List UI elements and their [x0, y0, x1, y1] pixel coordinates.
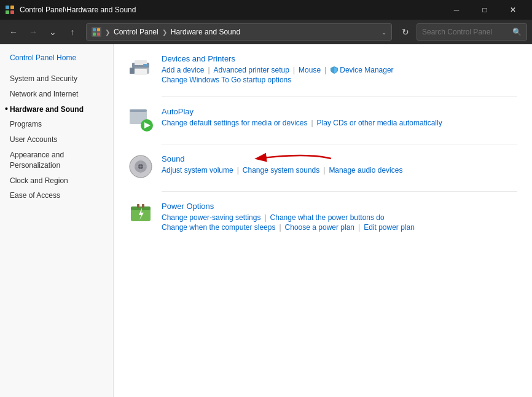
link-manage-audio[interactable]: Manage audio devices	[329, 166, 402, 175]
sidebar-item-programs[interactable]: Programs	[0, 117, 113, 132]
up-button[interactable]: ↑	[64, 23, 81, 41]
section-links-power-row2: Change when the computer sleeps | Choose…	[162, 223, 517, 232]
section-content-power: Power Options Change power-saving settin…	[162, 202, 517, 232]
svg-rect-27	[137, 204, 139, 208]
sidebar-label-ease-access: Ease of Access	[10, 191, 60, 201]
svg-rect-3	[10, 10, 14, 14]
svg-rect-28	[142, 204, 144, 208]
address-chevron-2: ❯	[162, 29, 167, 36]
sidebar-label-appearance: Appearance and Personalization	[10, 150, 103, 171]
link-windows-to-go[interactable]: Change Windows To Go startup options	[162, 76, 291, 84]
sidebar-item-user-accounts[interactable]: User Accounts	[0, 132, 113, 147]
content-area: Devices and Printers Add a device | Adva…	[114, 44, 532, 397]
link-edit-plan[interactable]: Edit power plan	[364, 223, 415, 232]
section-title-autoplay[interactable]: AutoPlay	[162, 107, 194, 116]
sidebar-item-hardware-sound[interactable]: Hardware and Sound	[0, 102, 113, 117]
shield-icon	[330, 66, 338, 74]
close-button[interactable]: ✕	[499, 0, 527, 20]
minimize-button[interactable]: ─	[442, 0, 471, 20]
sep5: |	[237, 166, 239, 175]
sidebar-item-home[interactable]: Control Panel Home	[0, 52, 113, 64]
section-links-devices-row2: Change Windows To Go startup options	[162, 76, 517, 84]
sidebar-item-appearance[interactable]: Appearance and Personalization	[0, 147, 113, 173]
address-hardware-sound: Hardware and Sound	[171, 28, 240, 36]
svg-rect-4	[93, 28, 96, 31]
svg-rect-0	[6, 6, 9, 9]
link-computer-sleeps[interactable]: Change when the computer sleeps	[162, 223, 275, 232]
section-title-devices-printers[interactable]: Devices and Printers	[162, 54, 235, 63]
divider-3	[162, 191, 517, 192]
divider-1	[162, 96, 517, 97]
icon-autoplay	[128, 107, 153, 132]
title-bar-left: Control Panel\Hardware and Sound	[5, 5, 136, 15]
search-icon: 🔍	[512, 28, 522, 36]
link-play-cds[interactable]: Play CDs or other media automatically	[317, 119, 442, 127]
section-content-sound: Sound Adjust system volume | Change syst…	[162, 154, 517, 175]
link-change-power-saving[interactable]: Change power-saving settings	[162, 213, 260, 222]
divider-2	[162, 144, 517, 144]
sidebar-item-clock-region[interactable]: Clock and Region	[0, 173, 113, 189]
sidebar-label-clock-region: Clock and Region	[10, 176, 68, 186]
sidebar-item-ease-access[interactable]: Ease of Access	[0, 188, 113, 203]
main-area: Control Panel Home System and Security N…	[0, 44, 532, 397]
sidebar-label-hardware-sound: Hardware and Sound	[10, 104, 84, 115]
svg-rect-7	[97, 33, 100, 36]
sep4: |	[311, 119, 313, 127]
svg-rect-11	[135, 69, 147, 75]
link-change-default[interactable]: Change default settings for media or dev…	[162, 119, 307, 127]
sidebar-label-programs: Programs	[10, 119, 42, 130]
sep3: |	[324, 66, 326, 74]
sidebar-label-system-security: System and Security	[10, 74, 77, 84]
nav-bar: ← → ⌄ ↑ ❯ Control Panel ❯ Hardware and S…	[0, 20, 532, 44]
title-bar: Control Panel\Hardware and Sound ─ □ ✕	[0, 0, 532, 20]
address-bar-icon	[92, 27, 101, 37]
svg-rect-13	[130, 68, 135, 74]
link-add-device[interactable]: Add a device	[162, 66, 204, 74]
title-bar-controls: ─ □ ✕	[442, 0, 527, 20]
address-bar[interactable]: ❯ Control Panel ❯ Hardware and Sound ⌄	[86, 23, 392, 41]
link-choose-plan[interactable]: Choose a power plan	[285, 223, 354, 232]
section-title-sound[interactable]: Sound	[162, 154, 185, 163]
maximize-button[interactable]: □	[471, 0, 499, 20]
section-sound: Sound Adjust system volume | Change syst…	[128, 154, 517, 179]
section-devices-printers: Devices and Printers Add a device | Adva…	[128, 54, 517, 84]
svg-rect-6	[93, 33, 96, 36]
svg-rect-1	[10, 6, 14, 9]
search-box[interactable]: 🔍	[417, 23, 527, 41]
address-dropdown[interactable]: ⌄	[381, 29, 386, 36]
sidebar-item-system-security[interactable]: System and Security	[0, 71, 113, 87]
sep9: |	[358, 223, 360, 232]
link-device-manager[interactable]: Device Manager	[340, 66, 393, 74]
icon-devices-printers	[128, 54, 153, 79]
icon-sound	[128, 154, 153, 179]
sidebar-label-user-accounts: User Accounts	[10, 135, 57, 145]
refresh-button[interactable]: ↻	[397, 23, 414, 41]
search-input[interactable]	[422, 28, 509, 36]
sep7: |	[264, 213, 266, 222]
svg-rect-25	[131, 206, 151, 210]
sep6: |	[323, 166, 325, 175]
section-content-autoplay: AutoPlay Change default settings for med…	[162, 107, 517, 127]
section-title-power[interactable]: Power Options	[162, 202, 214, 211]
forward-button[interactable]: →	[25, 23, 42, 41]
sidebar: Control Panel Home System and Security N…	[0, 44, 114, 397]
section-links-power-row1: Change power-saving settings | Change wh…	[162, 213, 517, 222]
section-links-sound: Adjust system volume | Change system sou…	[162, 166, 517, 175]
section-power-options: Power Options Change power-saving settin…	[128, 202, 517, 232]
expand-button[interactable]: ⌄	[44, 23, 61, 41]
svg-rect-2	[6, 10, 9, 14]
link-advanced-printer[interactable]: Advanced printer setup	[214, 66, 289, 74]
link-adjust-volume[interactable]: Adjust system volume	[162, 166, 233, 175]
link-power-buttons[interactable]: Change what the power buttons do	[270, 213, 385, 222]
sep8: |	[279, 223, 281, 232]
sidebar-item-network-internet[interactable]: Network and Internet	[0, 87, 113, 102]
control-panel-icon	[5, 5, 15, 15]
sep2: |	[293, 66, 295, 74]
address-chevron-1: ❯	[105, 29, 110, 36]
section-links-devices-row1: Add a device | Advanced printer setup | …	[162, 66, 517, 74]
svg-rect-12	[143, 64, 147, 66]
back-button[interactable]: ←	[5, 23, 22, 41]
svg-rect-15	[130, 109, 147, 112]
link-change-sounds[interactable]: Change system sounds	[243, 166, 319, 175]
link-mouse[interactable]: Mouse	[299, 66, 321, 74]
